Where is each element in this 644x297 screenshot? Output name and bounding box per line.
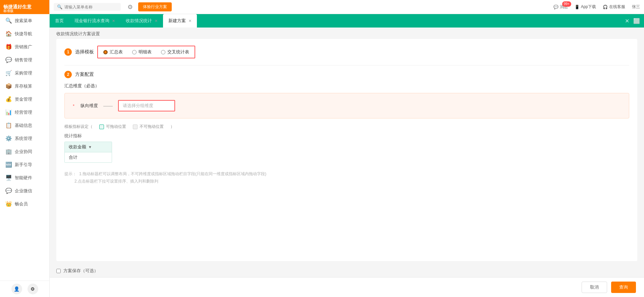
wechat-icon: 💬 <box>5 188 12 194</box>
sidebar-item-operation[interactable]: 📊 经营管理 <box>0 106 49 119</box>
radio-summary-input[interactable] <box>103 50 108 54</box>
tab-new-plan[interactable]: 新建方案 ✕ <box>163 14 197 28</box>
page-title-bar: 收款情况统计方案设置 <box>50 28 644 39</box>
sidebar-item-marketing[interactable]: 🎁 营销推广 <box>0 40 49 53</box>
tip-line-2: 2.点击标题栏下拉可设置排序、插入列和删除列 <box>64 178 629 185</box>
sidebar-item-system[interactable]: ⚙️ 系统管理 <box>0 132 49 145</box>
download-wrapper[interactable]: 📱 App下载 <box>575 4 596 10</box>
tab-bank-flow-close-icon[interactable]: ✕ <box>112 19 115 23</box>
metrics-column-label: 收款金额 <box>69 144 86 150</box>
save-plan-input[interactable] <box>56 269 61 273</box>
tab-bank-flow[interactable]: 现金银行流水查询 ✕ <box>69 14 120 28</box>
sidebar-settings-icon[interactable]: ⚙ <box>28 284 38 294</box>
inventory-icon: 📦 <box>5 83 12 89</box>
step2-section: 2 方案配置 汇总维度（必选） * 纵向维度 —— 请选择分组维度 <box>64 71 629 185</box>
tab-new-plan-close-icon[interactable]: ✕ <box>189 19 192 23</box>
sidebar-avatar[interactable]: 👤 <box>11 284 22 294</box>
tab-home[interactable]: 首页 <box>50 14 69 28</box>
sidebar-label-guide: 新手引导 <box>15 162 32 168</box>
tab-close-window-icon[interactable]: ✕ <box>625 18 629 24</box>
sidebar-item-hardware[interactable]: 🖥️ 智能硬件 <box>0 171 49 184</box>
system-icon: ⚙️ <box>5 135 12 142</box>
base-info-icon: 📋 <box>5 122 12 129</box>
hardware-icon: 🖥️ <box>5 175 12 181</box>
finance-icon: 💰 <box>5 96 12 102</box>
topbar-right: 💬 消息 99+ 📱 App下载 🎧 在线客服 张三 <box>553 4 640 10</box>
legend-draggable: 可拖动位置 <box>99 124 126 130</box>
radio-detail[interactable]: 明细表 <box>132 49 152 55</box>
sidebar-label-enterprise: 企业协同 <box>15 149 32 155</box>
sidebar-item-enterprise[interactable]: 🏢 企业协同 <box>0 145 49 158</box>
dimension-row: * 纵向维度 —— 请选择分组维度 <box>73 100 621 111</box>
notification-wrapper[interactable]: 💬 消息 99+ <box>553 4 568 10</box>
radio-detail-input[interactable] <box>132 50 137 54</box>
user-name: 张三 <box>632 4 640 10</box>
sidebar: 畅捷通好生意 标准版 🔍 搜索菜单 🏠 快捷导航 🎁 营销推广 💬 销售管理 🛒… <box>0 0 50 297</box>
sidebar-label-search-menu: 搜索菜单 <box>15 18 32 24</box>
content-area: 收款情况统计方案设置 1 选择模板 汇总表 明细表 <box>50 28 644 277</box>
sidebar-label-base-info: 基础信息 <box>15 122 32 129</box>
sidebar-item-sales[interactable]: 💬 销售管理 <box>0 53 49 66</box>
sidebar-label-system: 系统管理 <box>15 136 32 142</box>
radio-summary-label: 汇总表 <box>110 49 123 55</box>
sidebar-item-quick-nav[interactable]: 🏠 快捷导航 <box>0 27 49 40</box>
save-plan-checkbox[interactable]: 方案保存（可选） <box>56 268 637 274</box>
search-menu-icon: 🔍 <box>5 17 12 24</box>
sidebar-logo: 畅捷通好生意 标准版 <box>0 0 49 14</box>
sidebar-item-purchase[interactable]: 🛒 采购管理 <box>0 66 49 80</box>
topbar: 🔍 ⚙ 体验行业方案 💬 消息 99+ 📱 App下载 🎧 在线客服 张三 <box>50 0 644 14</box>
service-wrapper[interactable]: 🎧 在线客服 <box>603 4 625 10</box>
search-box[interactable]: 🔍 <box>54 3 121 11</box>
query-button[interactable]: 查询 <box>611 282 636 293</box>
sidebar-label-finance: 资金管理 <box>15 96 32 102</box>
metrics-section: 模板指标设定（ 可拖动位置 不可拖动位置 ） 统计指标 <box>64 124 629 164</box>
radio-cross[interactable]: 交叉统计表 <box>161 49 189 55</box>
sidebar-item-wechat[interactable]: 💬 企业微信 <box>0 184 49 197</box>
form-card: 1 选择模板 汇总表 明细表 交叉统计表 <box>56 39 637 261</box>
tip-title: 提示： <box>64 170 76 178</box>
tab-home-label: 首页 <box>55 18 64 24</box>
purchase-icon: 🛒 <box>5 70 12 76</box>
gear-icon[interactable]: ⚙ <box>127 3 133 11</box>
tab-bank-flow-label: 现金银行流水查询 <box>74 18 109 24</box>
step1-num: 1 <box>64 48 72 56</box>
tabs-right-actions: ✕ ⬜ <box>625 18 644 24</box>
sidebar-item-finance[interactable]: 💰 资金管理 <box>0 93 49 106</box>
sidebar-item-base-info[interactable]: 📋 基础信息 <box>0 119 49 132</box>
marketing-icon: 🎁 <box>5 44 12 50</box>
dimension-select[interactable]: 请选择分组维度 <box>118 100 175 111</box>
legend-draggable-label: 可拖动位置 <box>106 124 126 130</box>
radio-detail-label: 明细表 <box>139 49 152 55</box>
save-plan-label: 方案保存（可选） <box>63 268 98 274</box>
metrics-table-header[interactable]: 收款金额 ▼ <box>65 142 112 152</box>
tab-receipt-stat-close-icon[interactable]: ✕ <box>155 19 158 23</box>
tab-maximize-icon[interactable]: ⬜ <box>633 18 640 24</box>
notification-badge: 99+ <box>562 1 571 7</box>
cancel-button[interactable]: 取消 <box>582 282 607 293</box>
tab-receipt-stat[interactable]: 收款情况统计 ✕ <box>120 14 163 28</box>
radio-summary[interactable]: 汇总表 <box>103 49 123 55</box>
sidebar-item-member[interactable]: 👑 畅会员 <box>0 197 49 210</box>
operation-icon: 📊 <box>5 109 12 115</box>
metrics-dropdown-icon[interactable]: ▼ <box>88 145 92 149</box>
legend-fixed-box <box>133 125 138 129</box>
radio-cross-input[interactable] <box>161 50 165 54</box>
quick-nav-icon: 🏠 <box>5 31 12 37</box>
sidebar-item-search-menu[interactable]: 🔍 搜索菜单 <box>0 14 49 27</box>
sidebar-item-inventory[interactable]: 📦 库存核算 <box>0 80 49 93</box>
sidebar-label-sales: 销售管理 <box>15 57 32 63</box>
tip-text-1: 1.拖动标题栏可以调整布局，不可跨维度或指标区域拖动栏目字段(只能在同一维度或指… <box>79 170 266 178</box>
search-input[interactable] <box>64 5 115 9</box>
download-label: App下载 <box>581 4 596 10</box>
dimension-select-placeholder: 请选择分组维度 <box>123 103 153 108</box>
sidebar-item-guide[interactable]: 🆕 新手引导 <box>0 158 49 171</box>
sidebar-label-inventory: 库存核算 <box>15 83 32 89</box>
dimension-area: * 纵向维度 —— 请选择分组维度 <box>64 93 629 118</box>
legend-draggable-box <box>99 125 104 129</box>
metrics-legend-end: ） <box>170 124 174 130</box>
user-wrapper[interactable]: 张三 <box>632 4 640 10</box>
sidebar-label-marketing: 营销推广 <box>15 44 32 50</box>
industry-plan-button[interactable]: 体验行业方案 <box>138 2 172 11</box>
edition-label: 标准版 <box>3 9 13 13</box>
vertical-dimension-label: 纵向维度 <box>80 103 98 109</box>
